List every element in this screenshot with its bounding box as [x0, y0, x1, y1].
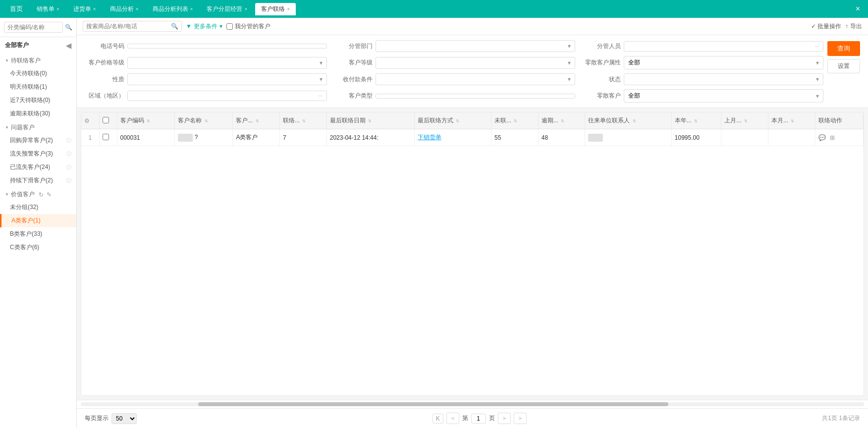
- info-icon-2: ⓘ: [66, 151, 71, 158]
- select-all-checkbox[interactable]: [103, 117, 109, 123]
- last-method-link[interactable]: 下销货单: [418, 134, 441, 141]
- sidebar-item-c-class[interactable]: C类客户(6): [0, 241, 76, 254]
- sidebar-item-7days-contact[interactable]: 近7天待联络(0): [0, 94, 76, 107]
- prev-page-btn[interactable]: ＜: [446, 413, 459, 424]
- edit-value-icon[interactable]: ✎: [47, 191, 52, 198]
- sort-overdue[interactable]: ⇅: [561, 119, 564, 123]
- cell-contact-person: [585, 129, 671, 146]
- field-dept: 分管部门 ▾: [333, 40, 575, 52]
- page-size-select[interactable]: 50 100 200: [111, 413, 137, 424]
- page-number-input[interactable]: [471, 414, 486, 424]
- col-this-month: 本月... ⇅: [768, 112, 815, 129]
- sidebar-item-today-contact[interactable]: 今天待联络(0): [0, 67, 76, 80]
- sort-code[interactable]: ⇅: [147, 119, 150, 123]
- tab-product-analysis-list[interactable]: 商品分析列表 ×: [147, 3, 199, 15]
- info-icon-1: ⓘ: [66, 137, 71, 144]
- next-page-btn[interactable]: ＞: [498, 413, 511, 424]
- price-level-select[interactable]: ▾: [127, 57, 327, 69]
- last-page-btn[interactable]: ＞: [514, 413, 527, 424]
- col-action: 联络动作: [815, 112, 863, 129]
- close-tab-sales[interactable]: ×: [56, 6, 59, 12]
- sort-last-month[interactable]: ⇅: [744, 119, 748, 123]
- col-gear: ⚙: [81, 112, 99, 129]
- my-customers-checkbox[interactable]: 我分管的客户: [226, 22, 271, 31]
- section-waiting-contact[interactable]: ▼ 待联络客户: [0, 54, 76, 67]
- region-dots[interactable]: ···: [319, 93, 323, 99]
- close-tab-segment[interactable]: ×: [244, 6, 247, 12]
- sort-name[interactable]: ⇅: [205, 119, 208, 123]
- sidebar-all-customers[interactable]: 全部客户 ◀: [0, 37, 76, 54]
- batch-op-btn[interactable]: ✓ 批量操作: [811, 22, 841, 31]
- expand-value-icon: ▼: [5, 192, 9, 197]
- sort-contact[interactable]: ⇅: [302, 119, 306, 123]
- refresh-value-icon[interactable]: ↻: [39, 191, 44, 198]
- tab-customer-segment[interactable]: 客户分层经营 ×: [201, 3, 253, 15]
- section-value-customers[interactable]: ▼ 价值客户 ↻ ✎: [0, 187, 76, 201]
- sidebar-item-unclassified[interactable]: 未分组(32): [0, 201, 76, 214]
- manager-dots[interactable]: ···: [815, 44, 819, 49]
- sidebar-search-icon[interactable]: 🔍: [65, 24, 72, 31]
- section-problem-customers[interactable]: ▼ 问题客户: [0, 120, 76, 134]
- export-btn[interactable]: ↑ 导出: [845, 22, 862, 31]
- col-code: 客户编码 ⇅: [117, 112, 175, 129]
- expand-problem-icon: ▼: [5, 125, 9, 130]
- close-tab-analysis[interactable]: ×: [136, 6, 139, 12]
- sidebar-search-input[interactable]: [4, 22, 63, 33]
- query-button[interactable]: 查询: [827, 41, 860, 56]
- tab-customer-contact[interactable]: 客户联络 ×: [255, 3, 296, 15]
- sort-this-month[interactable]: ⇅: [791, 119, 794, 123]
- sort-year-amt[interactable]: ⇅: [694, 119, 698, 123]
- home-tab[interactable]: 首页: [4, 2, 29, 15]
- sort-last-date[interactable]: ⇅: [368, 119, 372, 123]
- close-tab-purchase[interactable]: ×: [93, 6, 96, 12]
- tab-product-analysis[interactable]: 商品分析 ×: [104, 3, 145, 15]
- close-window-button[interactable]: ×: [852, 2, 864, 15]
- table-gear-icon[interactable]: ⚙: [84, 117, 90, 124]
- row-checkbox[interactable]: [103, 134, 109, 140]
- sort-contact-person[interactable]: ⇅: [633, 119, 636, 123]
- sidebar-item-tomorrow-contact[interactable]: 明天待联络(1): [0, 80, 76, 94]
- sidebar-item-overdue-contact[interactable]: 逾期未联络(30): [0, 107, 76, 120]
- manager-input[interactable]: ···: [624, 41, 823, 52]
- close-tab-analysis-list[interactable]: ×: [190, 6, 193, 12]
- tab-purchase-order[interactable]: 进货单 ×: [67, 3, 102, 15]
- retail-customer-select[interactable]: 全部 ▾: [624, 89, 823, 103]
- first-page-btn[interactable]: K: [433, 414, 443, 424]
- sidebar-item-loss-warning[interactable]: 流失预警客户(3) ⓘ: [0, 147, 76, 160]
- cell-num: 1: [81, 129, 99, 146]
- customer-level-select[interactable]: ▾: [376, 57, 575, 69]
- sidebar-item-a-class[interactable]: A类客户(1): [0, 214, 76, 227]
- retail-attr-select[interactable]: 全部 ▾: [624, 56, 823, 69]
- more-conditions-btn[interactable]: ▼ 更多条件 ▾: [186, 22, 222, 31]
- sidebar-item-lost[interactable]: 已流失客户(24) ⓘ: [0, 160, 76, 174]
- sort-last-method[interactable]: ⇅: [456, 119, 459, 123]
- search-box[interactable]: 🔍: [83, 21, 182, 32]
- region-input[interactable]: ···: [127, 91, 327, 101]
- sort-no-contact[interactable]: ⇅: [514, 119, 517, 123]
- status-select[interactable]: ▾: [624, 73, 823, 85]
- settings-button[interactable]: 设置: [827, 59, 860, 73]
- search-input[interactable]: [86, 23, 169, 30]
- phone-input[interactable]: [127, 44, 327, 49]
- qr-icon[interactable]: ⊞: [830, 134, 835, 141]
- dept-select[interactable]: ▾: [376, 40, 575, 52]
- info-icon-3: ⓘ: [66, 164, 71, 171]
- scroll-thumb[interactable]: [198, 402, 668, 406]
- nature-select[interactable]: ▾: [127, 73, 327, 85]
- close-tab-contact[interactable]: ×: [287, 6, 290, 12]
- message-icon[interactable]: 💬: [818, 134, 826, 141]
- sidebar-item-declining[interactable]: 持续下滑客户(2) ⓘ: [0, 174, 76, 187]
- filter-row-1: 电话号码 分管部门 ▾: [85, 40, 823, 52]
- filter-row-2: 客户价格等级 ▾ 客户等级 ▾: [85, 56, 823, 69]
- tab-sales-order[interactable]: 销售单 ×: [31, 3, 65, 15]
- my-customers-check[interactable]: [226, 23, 233, 30]
- payment-select[interactable]: ▾: [376, 73, 575, 85]
- sort-type[interactable]: ⇅: [256, 119, 259, 123]
- sidebar-item-abnormal-repurchase[interactable]: 回购异常客户(2) ⓘ: [0, 134, 76, 147]
- sidebar-collapse-icon[interactable]: ◀: [66, 42, 71, 50]
- field-region: 区域（地区） ···: [85, 91, 327, 101]
- cell-contact-num: 7: [280, 129, 327, 146]
- search-icon[interactable]: 🔍: [171, 23, 178, 30]
- customer-type-input[interactable]: [376, 94, 575, 99]
- sidebar-item-b-class[interactable]: B类客户(33): [0, 227, 76, 241]
